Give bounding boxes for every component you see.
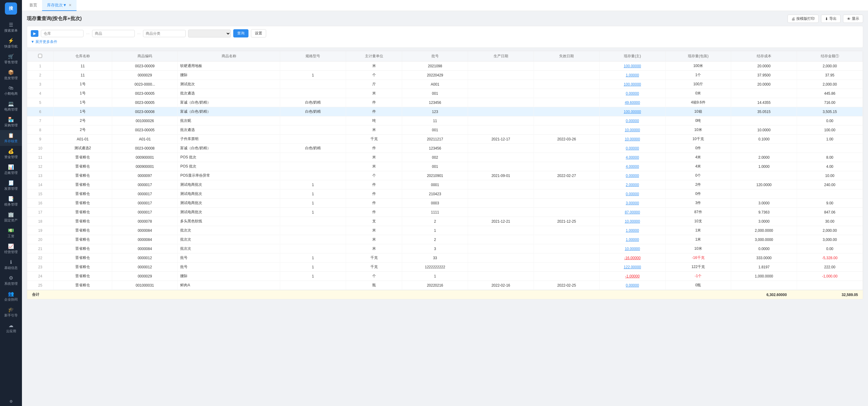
cell-batch: 3 xyxy=(402,244,468,253)
tax-icon: 📑 xyxy=(8,196,14,202)
cell-exp-date xyxy=(534,253,600,263)
cell-qty[interactable]: 10.00000 xyxy=(599,135,665,144)
cell-qty[interactable]: 0.00000 xyxy=(599,144,665,153)
sidebar-item-ecommerce[interactable]: 💻 电商管理 xyxy=(0,98,22,114)
cell-qty[interactable]: -16.00000 xyxy=(599,253,665,263)
table-row: 13 晋省粮仓 0000097 POS显示率份异常 个 20210901 202… xyxy=(27,171,863,180)
sidebar-item-assets[interactable]: 💰 资金管理 xyxy=(0,146,22,162)
product-input[interactable] xyxy=(92,30,135,37)
cell-batch: 2 xyxy=(402,217,468,226)
cell-total: 4.00 xyxy=(797,162,863,171)
cell-qty[interactable]: 10.00000 xyxy=(599,126,665,135)
tab-home[interactable]: 首页 xyxy=(24,0,42,11)
tab-close-icon[interactable]: ✕ xyxy=(69,3,72,7)
cell-name: 测试批次 xyxy=(178,80,280,89)
cell-qty[interactable]: 4.00000 xyxy=(599,153,665,162)
cell-qty[interactable]: 49.60000 xyxy=(599,98,665,107)
tab-inventory-batch[interactable]: 库存批次▼ ✕ xyxy=(42,0,76,11)
sidebar-item-new-guide[interactable]: 🎓 新手引导 xyxy=(0,304,22,320)
cell-qty[interactable]: 1.00000 xyxy=(599,226,665,235)
cell-batch: 1111 xyxy=(402,208,468,217)
cell-qty2: 4米 xyxy=(665,162,731,171)
cell-qty[interactable]: 10.00000 xyxy=(599,244,665,253)
print-button[interactable]: 🖨 按模版打印 xyxy=(787,14,818,23)
settings-label: 设置 xyxy=(255,31,262,36)
table-row: 22 晋省粮仓 0000012 批号 1 千克 33 -16.00000 -16… xyxy=(27,253,863,263)
category-select[interactable] xyxy=(188,30,231,37)
sidebar-item-purchase[interactable]: 🏪 采购管理 xyxy=(0,114,22,130)
cell-qty2: 1个 xyxy=(665,71,731,80)
cell-warehouse: 晋省粮仓 xyxy=(53,208,112,217)
sidebar-item-inventory[interactable]: 📋 库存核查 xyxy=(0,130,22,146)
search-button[interactable]: 查询 xyxy=(233,29,248,37)
select-all-checkbox[interactable] xyxy=(38,54,42,58)
sidebar-item-retail[interactable]: 🛒 零售管理 xyxy=(0,51,22,67)
cell-warehouse: 晋省粮仓 xyxy=(53,272,112,281)
cell-qty[interactable]: 10.00000 xyxy=(599,217,665,226)
export-button[interactable]: ⬇ 导出 xyxy=(821,14,841,23)
sidebar-item-invoice[interactable]: 🧾 发票管理 xyxy=(0,177,22,194)
sidebar-item-basic-info[interactable]: ℹ 基础信息 xyxy=(0,257,22,273)
cell-qty[interactable]: 100.00000 xyxy=(599,62,665,71)
cell-qty[interactable]: 0.00000 xyxy=(599,281,665,290)
cell-warehouse: 2号 xyxy=(53,126,112,135)
cell-unit: 米 xyxy=(346,244,402,253)
cell-qty[interactable]: -1.00000 xyxy=(599,272,665,281)
cell-warehouse: 晋省粮仓 xyxy=(53,226,112,235)
cell-batch: 20220216 xyxy=(402,281,468,290)
cell-qty2: 10箱 xyxy=(665,107,731,116)
cell-prod-date xyxy=(468,62,534,71)
sidebar-item-wholesale[interactable]: 📦 批发管理 xyxy=(0,67,22,83)
sidebar-item-fixed-assets[interactable]: 🏢 固定资产 xyxy=(0,209,22,225)
cell-cost xyxy=(731,89,797,98)
sidebar-item-quick-nav[interactable]: ⚡ 快捷导航 xyxy=(0,35,22,51)
settings-button[interactable]: 设置 xyxy=(251,29,266,37)
cell-spec: 白色/奶精 xyxy=(280,98,346,107)
cell-exp-date xyxy=(534,98,600,107)
cell-unit: 米 xyxy=(346,89,402,98)
cell-qty2: 10米 xyxy=(665,126,731,135)
cell-code: 0000084 xyxy=(112,226,178,235)
cell-qty[interactable]: 3.00000 xyxy=(599,199,665,208)
cell-unit: 件 xyxy=(346,98,402,107)
cell-qty[interactable]: 100.00000 xyxy=(599,107,665,116)
cell-qty[interactable]: 0.00000 xyxy=(599,190,665,199)
sidebar-item-micro-shop[interactable]: 🛍 小鹅电商 xyxy=(0,83,22,98)
sidebar-item-enterprise[interactable]: 👥 企业协同 xyxy=(0,289,22,304)
cell-qty[interactable]: 122.00000 xyxy=(599,263,665,272)
cell-qty2: -16千克 xyxy=(665,253,731,263)
cell-spec: 1 xyxy=(280,263,346,272)
sidebar-item-system[interactable]: ⚙ 系统管理 xyxy=(0,273,22,289)
cell-qty[interactable]: 87.00000 xyxy=(599,208,665,217)
cell-cost: 1.8197 xyxy=(731,263,797,272)
expand-conditions-btn[interactable]: ▼ 展开更多条件 xyxy=(31,39,859,44)
cell-batch: 20211217 xyxy=(402,135,468,144)
sidebar-item-tax[interactable]: 📑 税务管理 xyxy=(0,194,22,209)
cell-total: 30.00 xyxy=(797,217,863,226)
table-row: 4 1号 0023-00005 批次遴选 米 001 0.00000 0米 44… xyxy=(27,89,863,98)
cell-qty[interactable]: 0.00000 xyxy=(599,171,665,180)
cell-qty[interactable]: 0.00000 xyxy=(599,116,665,126)
display-button[interactable]: 👁 显示 xyxy=(843,14,863,23)
cell-qty[interactable]: 4.00000 xyxy=(599,162,665,171)
cell-prod-date xyxy=(468,226,534,235)
filter-nav-btn[interactable]: ▶ xyxy=(31,30,38,37)
sidebar-item-reports[interactable]: 📊 总账管理 xyxy=(0,162,22,177)
cell-prod-date xyxy=(468,98,534,107)
sidebar-item-label: 云应用 xyxy=(6,329,16,334)
cell-name: 富诚（白色/奶精） xyxy=(178,98,280,107)
sidebar-item-search-menu[interactable]: ☰ 搜索菜单 xyxy=(0,20,22,35)
sidebar-settings[interactable]: ⚙ xyxy=(0,397,22,406)
sidebar-item-salary[interactable]: 💵 工资 xyxy=(0,225,22,241)
cell-name: 批号 xyxy=(178,253,280,263)
cell-qty[interactable]: 100.00000 xyxy=(599,80,665,89)
tab-home-label: 首页 xyxy=(29,2,37,8)
cell-qty[interactable]: 1.00000 xyxy=(599,71,665,80)
cell-qty[interactable]: 2.00000 xyxy=(599,180,665,190)
category-input[interactable] xyxy=(143,30,186,37)
warehouse-input[interactable] xyxy=(41,30,84,37)
sidebar-item-business[interactable]: 📈 经营管理 xyxy=(0,241,22,257)
cell-qty[interactable]: 1.00000 xyxy=(599,235,665,244)
cell-qty[interactable]: 0.00000 xyxy=(599,89,665,98)
sidebar-item-cloud-app[interactable]: ☁ 云应用 xyxy=(0,320,22,336)
